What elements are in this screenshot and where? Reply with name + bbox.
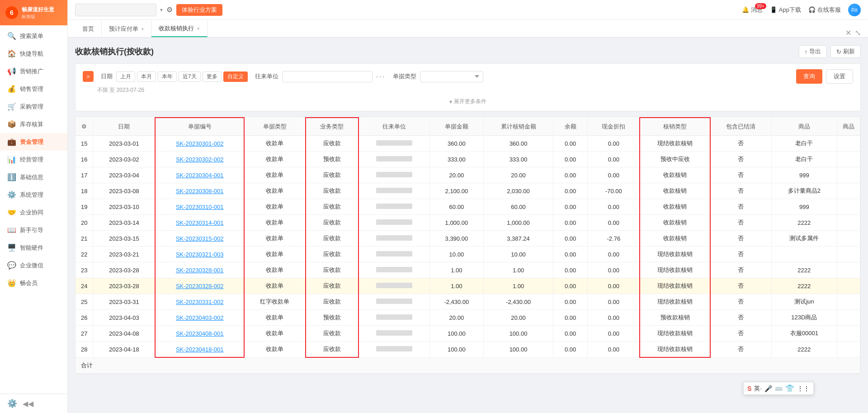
cell-product1: 衣服00001 bbox=[771, 326, 837, 342]
sogou-grid-icon[interactable]: ⌨️ bbox=[775, 385, 783, 392]
date-custom-button[interactable]: 自定义 bbox=[223, 71, 248, 82]
sidebar-label-marketing: 营销推广 bbox=[20, 67, 43, 76]
app-logo: 6 畅康道好生意 标推版 bbox=[0, 0, 67, 25]
partner-input[interactable] bbox=[282, 71, 373, 82]
sidebar-item-shortcuts[interactable]: 🏠快捷导航 bbox=[0, 45, 67, 62]
search-icon: 🔍 bbox=[7, 32, 16, 40]
cell-product2 bbox=[837, 247, 860, 262]
cell-partner bbox=[359, 294, 430, 310]
tab-collection[interactable]: 收款核销执行× bbox=[151, 21, 207, 37]
order-no-link[interactable]: SK-20230304-001 bbox=[176, 172, 224, 179]
date-btn-本月[interactable]: 本月 bbox=[137, 71, 156, 82]
order-no-link[interactable]: SK-20230308-001 bbox=[176, 188, 224, 195]
date-btn-近7天[interactable]: 近7天 bbox=[179, 71, 201, 82]
cell-partner bbox=[359, 136, 430, 152]
partner-dots[interactable]: ··· bbox=[376, 72, 386, 81]
cell-biz-type: 应收款 bbox=[306, 231, 359, 247]
setting-button[interactable]: 设置 bbox=[826, 69, 853, 84]
sidebar-item-wechat[interactable]: 💬企业微信 bbox=[0, 256, 67, 274]
cell-no: 16 bbox=[75, 152, 93, 167]
sidebar-footer: ⚙️ ◀◀ bbox=[0, 394, 67, 413]
date-btn-更多[interactable]: 更多 bbox=[203, 71, 222, 82]
tab-payable[interactable]: 预计应付单× bbox=[102, 21, 151, 37]
sidebar-item-basic[interactable]: ℹ️基础信息 bbox=[0, 168, 67, 186]
close-tab-icon[interactable]: ✕ bbox=[845, 28, 851, 37]
sidebar-item-marketing[interactable]: 📢营销推广 bbox=[0, 62, 67, 80]
order-no-link[interactable]: SK-20230331-002 bbox=[176, 299, 224, 305]
order-no-link[interactable]: SK-20230302-002 bbox=[176, 156, 224, 163]
cell-discount: 0.00 bbox=[588, 136, 640, 152]
tab-close-payable[interactable]: × bbox=[141, 26, 144, 32]
cell-no: 23 bbox=[75, 262, 93, 278]
sogou-shirt-icon[interactable]: 👕 bbox=[785, 384, 794, 393]
sidebar-item-sales[interactable]: 💰销售管理 bbox=[0, 80, 67, 98]
filter-expand-button[interactable]: » bbox=[83, 71, 94, 82]
cell-balance: 0.00 bbox=[553, 342, 587, 358]
expand-tab-icon[interactable]: ⤡ bbox=[855, 28, 861, 37]
order-no-link[interactable]: SK-20230301-002 bbox=[176, 140, 224, 147]
sogou-mic-icon[interactable]: 🎤 bbox=[764, 385, 772, 392]
sidebar-item-system[interactable]: ⚙️系统管理 bbox=[0, 186, 67, 204]
cell-order-no: SK-20230321-003 bbox=[155, 247, 244, 262]
table-settings-icon[interactable]: ⚙ bbox=[75, 118, 93, 136]
sidebar-nav: 🔍搜索菜单🏠快捷导航📢营销推广💰销售管理🛒采购管理📦库存核算💼资金管理📊经营管理… bbox=[0, 25, 67, 394]
tab-close-collection[interactable]: × bbox=[197, 26, 199, 31]
cell-date: 2023-04-03 bbox=[93, 310, 155, 326]
sidebar-item-purchase[interactable]: 🛒采购管理 bbox=[0, 98, 67, 115]
collapse-icon[interactable]: ◀◀ bbox=[23, 399, 33, 408]
sidebar-item-search[interactable]: 🔍搜索菜单 bbox=[0, 27, 67, 45]
topbar-search-input[interactable] bbox=[75, 4, 156, 16]
billtype-select[interactable] bbox=[420, 71, 483, 82]
order-no-link[interactable]: SK-20230315-002 bbox=[176, 235, 224, 242]
order-no-link[interactable]: SK-20230328-002 bbox=[176, 283, 224, 290]
sidebar-item-guide[interactable]: 📖新手引导 bbox=[0, 221, 67, 239]
export-button[interactable]: ↑ 导出 bbox=[799, 45, 827, 58]
table-scroll[interactable]: ⚙ 日期 单据编号 单据类型 业务类型 往来单位 单据金额 累计核销金额 余额 … bbox=[75, 117, 860, 374]
tab-home[interactable]: 首页 bbox=[75, 21, 102, 37]
order-no-link[interactable]: SK-20230314-001 bbox=[176, 219, 224, 226]
query-button[interactable]: 查询 bbox=[796, 69, 822, 84]
settings-icon[interactable]: ⚙️ bbox=[7, 399, 17, 408]
order-no-link[interactable]: SK-20230321-003 bbox=[176, 251, 224, 258]
refresh-button[interactable]: ↻ 刷新 bbox=[830, 45, 861, 58]
cell-discount: -2.76 bbox=[588, 231, 640, 247]
sidebar-item-inventory[interactable]: 📦库存核算 bbox=[0, 115, 67, 133]
cell-discount: 0.00 bbox=[588, 199, 640, 215]
cell-no: 21 bbox=[75, 231, 93, 247]
cell-bill-type: 收款单 bbox=[244, 342, 306, 358]
sidebar-item-enterprise[interactable]: 🤝企业协同 bbox=[0, 204, 67, 221]
cell-product1: 多计量商品2 bbox=[771, 183, 837, 199]
order-no-link[interactable]: SK-20230328-001 bbox=[176, 267, 224, 274]
cell-verified: 1,000.00 bbox=[484, 215, 553, 231]
cell-discount: 0.00 bbox=[588, 247, 640, 262]
cell-bill-type: 收款单 bbox=[244, 167, 306, 183]
cell-include-settled: 否 bbox=[710, 183, 771, 199]
shortcuts-icon: 🏠 bbox=[7, 49, 16, 58]
topbar-chevron-icon[interactable]: ▾ bbox=[160, 7, 163, 13]
table-row: 26 2023-04-03 SK-20230403-002 收款单 预收款 20… bbox=[75, 310, 860, 326]
cell-partner bbox=[359, 310, 430, 326]
sidebar-item-finance[interactable]: 💼资金管理 bbox=[0, 133, 67, 151]
order-no-link[interactable]: SK-20230403-002 bbox=[176, 314, 224, 321]
filter-action-btns: 查询 设置 bbox=[796, 69, 853, 84]
user-avatar[interactable]: Rit bbox=[848, 4, 861, 16]
cell-partner bbox=[359, 215, 430, 231]
cell-biz-type: 预收款 bbox=[306, 152, 359, 167]
customer-service-item[interactable]: 🎧 在线客服 bbox=[808, 6, 841, 14]
date-btn-上月[interactable]: 上月 bbox=[116, 71, 135, 82]
order-no-link[interactable]: SK-20230310-001 bbox=[176, 204, 224, 210]
sidebar-item-hardware[interactable]: 🖥️智能硬件 bbox=[0, 239, 67, 256]
messages-icon-item[interactable]: 🔔 消息 99+ bbox=[742, 6, 763, 14]
sogou-apps-icon[interactable]: ⋮⋮ bbox=[797, 385, 810, 392]
order-no-link[interactable]: SK-20230408-001 bbox=[176, 330, 224, 337]
date-btn-本年[interactable]: 本年 bbox=[158, 71, 177, 82]
table-row: 20 2023-03-14 SK-20230314-001 收款单 应收款 1,… bbox=[75, 215, 860, 231]
order-no-link[interactable]: SK-20230418-001 bbox=[176, 346, 224, 353]
app-download-item[interactable]: 📱 App下载 bbox=[770, 6, 801, 14]
topbar-search-area: ▾ ⚙ 体验行业方案 bbox=[75, 4, 736, 16]
topbar-gear-icon[interactable]: ⚙ bbox=[166, 5, 173, 14]
sidebar-item-operations[interactable]: 📊经营管理 bbox=[0, 151, 67, 168]
sidebar-item-member[interactable]: 👑畅会员 bbox=[0, 274, 67, 292]
industry-solution-button[interactable]: 体验行业方案 bbox=[176, 4, 222, 16]
filter-expand-more-button[interactable]: ▾ 展开更多条件 bbox=[449, 98, 486, 105]
